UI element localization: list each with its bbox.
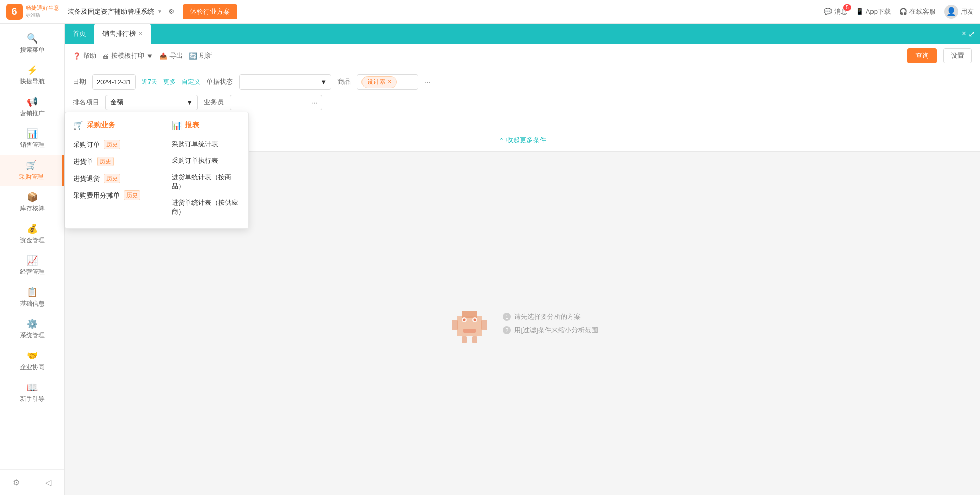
- export-btn[interactable]: 📤 导出: [159, 51, 183, 60]
- dropdown-item-return[interactable]: 进货退货 历史: [73, 170, 142, 187]
- dropdown-item-inbound-stats-supplier[interactable]: 进货单统计表（按供应商）: [172, 195, 241, 220]
- print-btn[interactable]: 🖨 按模板打印 ▼: [102, 51, 153, 60]
- sidebar-item-sales-label: 销售管理: [20, 141, 45, 149]
- date-7days-link[interactable]: 近7天: [142, 78, 158, 87]
- date-custom-link[interactable]: 自定义: [182, 78, 200, 87]
- tab-sales-rank-label: 销售排行榜: [102, 29, 136, 38]
- sidebar-item-guide[interactable]: 📖 新手引导: [0, 377, 64, 408]
- empty-container: 1 请先选择要分析的方案 2 用[过滤]条件来缩小分析范围: [446, 300, 598, 347]
- sidebar-collapse-btn[interactable]: ◁: [45, 478, 51, 487]
- svg-rect-8: [463, 329, 476, 333]
- svg-rect-1: [462, 311, 477, 318]
- sidebar-item-sales[interactable]: 📊 销售管理: [0, 123, 64, 155]
- settings-button[interactable]: 设置: [943, 48, 972, 63]
- content-area: 首页 销售排行榜 × × ⤢ ❓ 帮助 🖨 按模板: [65, 24, 980, 495]
- svg-point-6: [463, 318, 466, 321]
- purchase-title-text: 采购业务: [87, 121, 115, 130]
- salesman-select[interactable]: ···: [230, 95, 322, 110]
- dropdown-item-purchase-order[interactable]: 采购订单 历史: [73, 136, 142, 153]
- top-right-area: 💬 消息 5 📱 App下载 🎧 在线客服 👤 用友: [824, 5, 974, 19]
- purchase-order-label: 采购订单: [73, 140, 100, 149]
- print-arrow-icon: ▼: [146, 52, 153, 60]
- dropdown-item-purchase-order-stats[interactable]: 采购订单统计表: [172, 136, 241, 153]
- online-service-label: 在线客服: [909, 7, 936, 16]
- logo-area: 6 畅捷通好生意 标准版: [6, 4, 59, 20]
- collapse-btn[interactable]: ⌃ 收起更多条件: [499, 136, 546, 145]
- dropdown-item-inbound[interactable]: 进货单 历史: [73, 153, 142, 170]
- query-button[interactable]: 查询: [907, 48, 937, 63]
- sidebar-item-operations-label: 经营管理: [20, 268, 45, 276]
- sidebar-item-marketing-label: 营销推广: [20, 109, 45, 118]
- trending-icon: 📈: [27, 255, 38, 266]
- message-btn[interactable]: 💬 消息 5: [824, 7, 847, 16]
- tab-sales-rank[interactable]: 销售排行榜 ×: [94, 24, 151, 44]
- tab-home[interactable]: 首页: [65, 24, 94, 44]
- sidebar-settings-btn[interactable]: ⚙: [13, 478, 20, 487]
- sidebar-item-system[interactable]: ⚙️ 系统管理: [0, 313, 64, 345]
- search-icon: 🔍: [27, 33, 38, 44]
- dropdown-item-inbound-stats-goods[interactable]: 进货单统计表（按商品）: [172, 169, 241, 195]
- refresh-btn[interactable]: 🔄 刷新: [189, 51, 212, 60]
- tab-actions: × ⤢: [962, 29, 980, 39]
- logo-text-block: 畅捷通好生意 标准版: [26, 4, 59, 18]
- online-service-btn[interactable]: 🎧 在线客服: [899, 7, 936, 16]
- user-btn[interactable]: 👤 用友: [944, 5, 974, 19]
- sidebar-item-finance[interactable]: 💰 资金管理: [0, 218, 64, 250]
- tab-home-label: 首页: [73, 29, 86, 38]
- purchase-order-exec-label: 采购订单执行表: [172, 156, 218, 165]
- settings-icon-btn[interactable]: ⚙: [164, 5, 179, 19]
- user-avatar: 👤: [944, 5, 958, 19]
- goods-filter-dots[interactable]: ···: [424, 78, 430, 86]
- voucher-status-select[interactable]: ▼: [239, 74, 331, 90]
- sidebar-item-enterprise[interactable]: 🤝 企业协同: [0, 345, 64, 377]
- sidebar-item-finance-label: 资金管理: [20, 236, 45, 245]
- hint-bullet-2: 2: [503, 326, 511, 334]
- goods-tag-text: 设计素: [367, 78, 386, 87]
- sidebar-item-basic-info[interactable]: 📋 基础信息: [0, 282, 64, 313]
- logo-subtitle: 标准版: [26, 12, 59, 19]
- sidebar-nav: 🔍 搜索菜单 ⚡ 快捷导航 📢 营销推广 📊 销售管理 🛒 采购管理: [0, 24, 64, 413]
- app-container: 6 畅捷通好生意 标准版 装备及固定资产辅助管理系统 ▼ ⚙ 体验行业方案 💬 …: [0, 0, 980, 495]
- rank-select[interactable]: 金额 ▼: [105, 95, 198, 110]
- toolbar: ❓ 帮助 🖨 按模板打印 ▼ 📤 导出 🔄 刷新 查询 设置: [65, 44, 980, 68]
- sidebar-item-system-label: 系统管理: [20, 331, 45, 340]
- sidebar-item-marketing[interactable]: 📢 营销推广: [0, 91, 64, 123]
- date-range-input[interactable]: 2024-12-31: [92, 74, 136, 90]
- goods-tag-close-icon[interactable]: ×: [388, 78, 391, 85]
- date-more-link[interactable]: 更多: [163, 78, 176, 87]
- empty-hint-1: 1 请先选择要分析的方案: [503, 312, 581, 321]
- purchase-col-icon: 🛒: [73, 120, 83, 130]
- goods-filter-input[interactable]: 设计素 ×: [357, 74, 418, 90]
- tab-window-close-btn[interactable]: ×: [962, 29, 966, 38]
- sidebar-item-search[interactable]: 🔍 搜索菜单: [0, 28, 64, 59]
- voucher-status-arrow-icon: ▼: [320, 78, 327, 86]
- rank-value: 金额: [110, 98, 123, 107]
- sidebar-item-operations[interactable]: 📈 经营管理: [0, 250, 64, 282]
- sidebar-item-enterprise-label: 企业协同: [20, 363, 45, 372]
- empty-hint-2: 2 用[过滤]条件来缩小分析范围: [503, 326, 598, 335]
- lightning-icon: ⚡: [27, 64, 38, 76]
- tab-bar: 首页 销售排行榜 × × ⤢: [65, 24, 980, 44]
- inbound-history-badge: 历史: [97, 157, 114, 166]
- svg-point-7: [474, 318, 476, 321]
- sidebar-item-inventory[interactable]: 📦 库存核算: [0, 186, 64, 218]
- money-icon: 💰: [27, 223, 38, 234]
- logo-text: 畅捷通好生意: [26, 4, 59, 11]
- help-label: 帮助: [83, 51, 96, 60]
- sidebar-item-guide-label: 新手引导: [20, 395, 45, 403]
- dropdown-divider: [157, 120, 157, 220]
- tab-close-icon[interactable]: ×: [139, 30, 142, 37]
- date-filter-label: 日期: [73, 77, 86, 87]
- help-btn[interactable]: ❓ 帮助: [73, 51, 96, 60]
- industry-button[interactable]: 体验行业方案: [183, 4, 237, 19]
- sidebar-item-quick-label: 快捷导航: [20, 77, 45, 86]
- system-title-arrow-icon[interactable]: ▼: [157, 9, 162, 14]
- sidebar-item-quick-nav[interactable]: ⚡ 快捷导航: [0, 59, 64, 91]
- app-download-btn[interactable]: 📱 App下载: [856, 7, 891, 16]
- tab-window-max-btn[interactable]: ⤢: [968, 29, 975, 39]
- inbound-stats-goods-label: 进货单统计表（按商品）: [172, 173, 241, 191]
- dropdown-item-purchase-expense[interactable]: 采购费用分摊单 历史: [73, 187, 142, 204]
- megaphone-icon: 📢: [27, 96, 38, 107]
- sidebar-item-purchase[interactable]: 🛒 采购管理: [0, 155, 64, 186]
- dropdown-item-purchase-order-exec[interactable]: 采购订单执行表: [172, 153, 241, 169]
